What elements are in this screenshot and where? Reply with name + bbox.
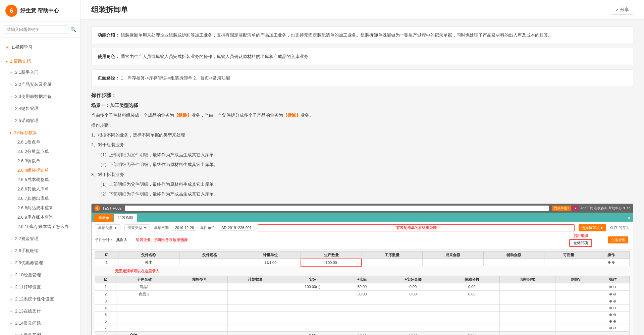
screenshot-storage-type[interactable]: 组装类型 ▼	[124, 224, 150, 231]
screenshot-th2-spec: 规格型号	[172, 276, 228, 283]
screenshot-td2-2-aux: 0.00	[444, 290, 500, 298]
screenshot-annotation4: 无固定清单可以在这里录入	[115, 269, 159, 274]
screenshot-th2-ops: 操作	[596, 276, 630, 283]
screenshot-doc-type[interactable]: 单据类型 ▼	[95, 224, 120, 231]
screenshot-td2-2-name: 商品 2	[116, 290, 172, 298]
fake-screenshot: 6 TEST-H002 同款单据+ ● App下载 在线咨询 帮助中心 ▼ cc…	[91, 204, 633, 335]
content-area: 功能介绍： 组装拆卸单用来处理企业组装或拆卸等加工业务，支持有固定装配清单的产品…	[80, 20, 644, 335]
screenshot-th2-actual: 实际	[283, 276, 342, 283]
sidebar: 6 好生意 帮助中心 🔍 ＋ 1.视频学习 ● 2.帮助文档 ＋	[0, 0, 80, 335]
sidebar-item-215[interactable]: ＋ 2.15操作案例	[0, 331, 80, 335]
table-row: 6⊕ ⊖	[95, 318, 630, 325]
sidebar-label-26: 2.6库存核算	[14, 130, 37, 136]
sidebar-item-28[interactable]: ＋ 2.8手机旺铺	[0, 246, 80, 256]
sidebar-item-27[interactable]: ＋ 2.7资金管理	[0, 234, 80, 243]
sidebar-item-213[interactable]: ＋ 2.13在线支付	[0, 306, 80, 316]
screenshot-tab-new[interactable]: 新增单	[94, 214, 113, 222]
sidebar-item-263[interactable]: 2.6.3调拨单	[5, 156, 80, 166]
screenshot-th2-child-name: 子件名称	[116, 276, 172, 283]
nav-sub-section-210: ＋ 2.10经营管理	[0, 269, 80, 281]
share-icon: ↗	[615, 7, 619, 12]
sidebar-label-29: 2.9优惠券管理	[15, 260, 43, 266]
sidebar-item-212[interactable]: ＋ 2.12系统个性化设置	[0, 294, 80, 304]
sidebar-item-24[interactable]: ＋ 2.4销售管理	[0, 104, 80, 113]
screenshot-td-check: 1	[95, 259, 118, 266]
sidebar-item-269[interactable]: 2.6.9库存账本查询	[5, 213, 80, 222]
sidebar-item-23[interactable]: ＋ 2.3使用前数据准备	[0, 92, 80, 101]
search-box: 🔍	[0, 22, 80, 38]
screenshot-td-process-qty	[362, 259, 422, 266]
sidebar-item-267[interactable]: 2.6.7其他出库单	[5, 194, 80, 203]
sidebar-item-video[interactable]: ＋ 1.视频学习	[0, 42, 80, 52]
sidebar-label-video: 1.视频学习	[11, 44, 33, 50]
sidebar-item-266[interactable]: 2.6.6其他入库单	[5, 184, 80, 194]
ops-title: 操作步骤：	[91, 92, 633, 99]
sidebar-item-26[interactable]: ● 2.6库存核算	[0, 128, 80, 137]
plus-icon-213: ＋	[9, 309, 13, 314]
screenshot-btn-new[interactable]: 同款单据+	[552, 206, 571, 211]
sidebar-item-21[interactable]: ＋ 2.1新手入门	[0, 68, 80, 77]
sidebar-item-210[interactable]: ＋ 2.10经营管理	[0, 270, 80, 280]
sidebar-label-23: 2.3使用前数据准备	[15, 94, 52, 100]
screenshot-td2-1-ops: ⊕ ⊖	[596, 283, 630, 290]
feature-intro-block: 功能介绍： 组装拆卸单用来处理企业组装或拆卸等加工业务，支持有固定装配清单的产品…	[91, 26, 633, 44]
screenshot-sub-count: 批次 3	[116, 237, 126, 242]
sidebar-item-25[interactable]: ＋ 2.5采购管理	[0, 116, 80, 125]
sidebar-item-22[interactable]: ＋ 2.2产品安装及登录	[0, 80, 80, 89]
table-row: 1 关木 11/1.00 100.00 ⊕ ⊖	[95, 259, 630, 266]
share-button[interactable]: ↗ 分享	[611, 5, 633, 15]
sidebar-item-265[interactable]: 2.6.5成本调整单	[5, 175, 80, 184]
screenshot-proc-btn[interactable]: 立案处理	[608, 236, 628, 243]
nav-sub-section-26: ● 2.6库存核算 2.6.1盘点单 2.6.2分量盘点单 2.6.3调拨单 2…	[0, 127, 80, 233]
screenshot-td2-2-init	[500, 290, 555, 298]
scene1-title: 场景一：加工类型选择	[91, 103, 633, 109]
screenshot-footer-c7	[500, 331, 555, 335]
path-label: 页面路径：	[98, 75, 119, 80]
table-row: 7⊕ ⊖	[95, 325, 630, 331]
screenshot-footer-c5: 0.00	[382, 331, 444, 335]
screenshot-td2-2-arrive	[555, 290, 596, 298]
sidebar-label-210: 2.10经营管理	[15, 272, 41, 278]
step-2-2: （2）下部明细为子件明细，最终作为原材料生成其它出库单。	[91, 161, 633, 168]
screenshot-header-title: TEST-H002	[102, 206, 121, 210]
page-title: 组装拆卸单	[91, 5, 128, 15]
sidebar-label-21: 2.1新手入门	[15, 69, 39, 75]
sidebar-item-2610[interactable]: 2.6.10库存账本错了怎么办	[5, 222, 80, 231]
sidebar-item-214[interactable]: ＋ 2.14常见问题	[0, 319, 80, 328]
role-text: 通常由生产人员或库管人员完成拆装业务的操作，库管人员确认原材料的出库和产成品的入…	[121, 54, 308, 59]
scene1-desc: 当由多个子件材料组装成一个成品的业务为【组装】业务，当由一个父件拆分成多个子产品…	[91, 111, 633, 119]
sidebar-item-docs[interactable]: ● 2.帮助文档	[0, 56, 80, 66]
search-icon[interactable]: 🔍	[70, 27, 76, 32]
plus-icon-211: ＋	[9, 285, 13, 290]
screenshot-td-aux-amt	[483, 259, 544, 266]
sidebar-label-22: 2.2产品安装及登录	[15, 81, 52, 88]
screenshot-table1: ☑ 父件名称 父件规格 计量单位 生产数量 工序数量 成果金额 辅助金额 可用量…	[95, 251, 630, 267]
sidebar-label-212: 2.12系统个性化设置	[15, 296, 54, 302]
screenshot-footer-c4: 0.00	[342, 331, 382, 335]
screenshot-td2-2-actual	[283, 290, 342, 298]
nav-sub-section-28: ＋ 2.8手机旺铺	[0, 245, 80, 257]
sidebar-item-261[interactable]: 2.6.1盘点单	[5, 137, 80, 147]
sidebar-item-211[interactable]: ＋ 2.11打印设置	[0, 282, 80, 292]
screenshot-th2-aux-alloc: 辅助分摊	[444, 276, 500, 283]
plus-icon-214: ＋	[9, 321, 13, 326]
sidebar-item-29[interactable]: ＋ 2.9优惠券管理	[0, 258, 80, 268]
screenshot-td2-1-name: 商品1	[116, 283, 172, 290]
screenshot-annotation1: 有装配清单的在这里处理	[258, 224, 575, 231]
screenshot-td2-1-aux: 0.00	[444, 283, 500, 290]
screenshot-close-icon[interactable]: ✕	[627, 216, 630, 222]
nav-sub-section-214: ＋ 2.14常见问题	[0, 317, 80, 329]
screenshot-th-result-amt: 成果金额	[423, 251, 483, 259]
search-input[interactable]	[4, 25, 68, 34]
screenshot-td-qty: 100.00	[301, 259, 362, 266]
screenshot-confirm-btn[interactable]: 选择待审核▼	[579, 224, 606, 231]
screenshot-org-input[interactable]: 仓储品项	[569, 239, 592, 247]
screenshot-th-parent-spec: 父件规格	[179, 251, 240, 259]
sidebar-item-262[interactable]: 2.6.2分量盘点单	[5, 147, 80, 156]
sidebar-item-264[interactable]: 2.6.4组装拆卸单	[5, 166, 80, 175]
screenshot-tab-assembly[interactable]: 组装拆卸	[114, 214, 137, 222]
screenshot-td-result-amt	[423, 259, 483, 266]
nav-sub-section-24: ＋ 2.4销售管理	[0, 103, 80, 115]
role-block: 使用角色： 通常由生产人员或库管人员完成拆装业务的操作，库管人员确认原材料的出库…	[91, 48, 633, 65]
sidebar-item-268[interactable]: 2.6.8商品成本重算	[5, 203, 80, 213]
